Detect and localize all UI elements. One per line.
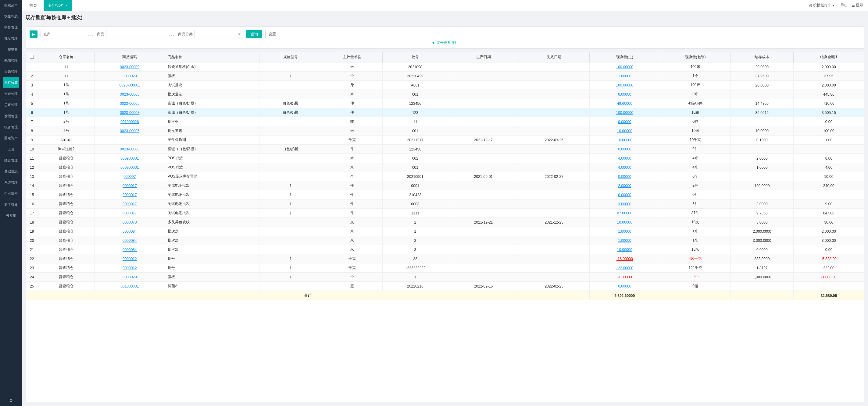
col-header-name: 商品名称 (165, 52, 259, 62)
table-row: 21普查稽仓0000084批次次米310.0000010米0.00000.00 (26, 245, 864, 254)
expand-more-btn[interactable]: ▼ 展开更多条件 (30, 40, 860, 45)
sidebar-item-0[interactable]: 快捷导航 (3, 11, 19, 22)
cell-qty-main[interactable]: 0.00000 (589, 117, 660, 126)
cell-total-cost (793, 282, 864, 291)
sidebar-item-6[interactable]: 库存核算 (3, 77, 19, 88)
cell-qty-main[interactable]: 10.00000 (589, 245, 660, 254)
tab-home[interactable]: 首页 (24, 0, 42, 11)
cell-code[interactable]: 001000026 (94, 117, 165, 126)
cell-code[interactable]: 0000029 (94, 273, 165, 282)
cell-code[interactable]: 0000017 (94, 200, 165, 209)
sidebar-item-4[interactable]: 电商管理 (3, 56, 19, 66)
cell-name: 测试电吧批次 (165, 181, 259, 190)
sidebar-settings-icon[interactable]: ⚙ (0, 395, 22, 406)
page-header: 现存量查询(按仓库＋批次) (26, 14, 864, 24)
cell-code[interactable]: 0000084 (94, 245, 165, 254)
cell-qty-main[interactable]: 100.00000 (589, 108, 660, 117)
cell-qty-main[interactable]: 1.00000 (589, 236, 660, 245)
cell-qty-main[interactable]: 4.00000 (589, 154, 660, 163)
cell-code[interactable]: 0000017 (94, 181, 165, 190)
filter-set-btn[interactable]: 设置 (265, 30, 279, 38)
cell-code[interactable]: 000097 (94, 172, 165, 181)
cell-qty-main[interactable]: 3.00000 (589, 200, 660, 209)
cell-qty-main[interactable]: 0.00000 (589, 90, 660, 99)
cell-qty-main[interactable]: 10.00000 (589, 136, 660, 145)
cell-unit: 千克 (322, 264, 382, 273)
cell-qty-main[interactable]: 0.00000 (589, 190, 660, 200)
cell-qty-main[interactable]: 2.00000 (589, 181, 660, 190)
cell-qty-main[interactable]: 4.00000 (589, 163, 660, 172)
sidebar-item-14[interactable]: 基础信息 (3, 166, 19, 177)
cell-code[interactable]: 0023-00005 (94, 126, 165, 136)
cell-code[interactable]: 0023-00009 (94, 62, 165, 72)
sidebar-item-11[interactable]: 固定资产 (3, 133, 19, 144)
cell-qty-stock: 0件 (660, 145, 731, 154)
display-btn[interactable]: ☰ 显示 (851, 3, 863, 8)
cell-qty-main[interactable]: 100.00000 (589, 81, 660, 90)
cell-produce (448, 90, 519, 99)
cell-code[interactable]: 001000031 (94, 282, 165, 291)
sidebar-item-8[interactable]: 总账管理 (3, 100, 19, 110)
cell-qty-main[interactable]: 0.00000 (589, 282, 660, 291)
sidebar-item-9[interactable]: 发票管理 (3, 111, 19, 122)
cell-qty-main[interactable]: -16.00000 (589, 254, 660, 264)
cell-qty-main[interactable]: -1.00000 (589, 273, 660, 282)
search-btn[interactable]: 查询 (246, 30, 262, 38)
tab-active[interactable]: 库存批次 × (43, 0, 72, 11)
cell-code[interactable]: 0000012 (94, 264, 165, 273)
cell-qty-main[interactable]: 0.00000 (589, 145, 660, 154)
filter-toggle-btn[interactable]: ▶ (30, 30, 37, 38)
select-all-checkbox[interactable] (30, 55, 34, 59)
cell-qty-main[interactable]: 1.00000 (589, 227, 660, 236)
cell-expire: 2022-03-26 (519, 136, 589, 145)
cell-unit-cost: 35.0515 (731, 108, 793, 117)
cell-qty-main[interactable]: 10.00000 (589, 218, 660, 227)
cell-code[interactable]: 0000084 (94, 236, 165, 245)
cell-qty-main[interactable]: 122.00000 (589, 264, 660, 273)
cell-code[interactable]: 0023-0000... (94, 81, 165, 90)
export-btn[interactable]: ↑ 导出 (838, 3, 848, 8)
cell-qty-main[interactable]: 1.00000 (589, 72, 660, 81)
cell-qty-main[interactable]: 10.00000 (589, 126, 660, 136)
cell-code[interactable]: 0000029 (94, 72, 165, 81)
product-input[interactable] (106, 30, 167, 38)
cell-code[interactable]: 0000017 (94, 190, 165, 200)
sidebar-item-13[interactable]: 经营管理 (3, 155, 19, 166)
sidebar-item-1[interactable]: 零售管理 (3, 22, 19, 33)
cell-qty-main[interactable]: 49.60000 (589, 99, 660, 108)
cell-code[interactable]: 000900001 (94, 154, 165, 163)
sidebar-item-2[interactable]: 批发管理 (3, 33, 19, 44)
sidebar-item-3[interactable]: 小鹅电商 (3, 44, 19, 55)
table-row: 20普查稽仓0000084批次次米21.000001米3,000.00003,0… (26, 236, 864, 245)
cell-total-cost: 100.00 (793, 126, 864, 136)
cell-code[interactable]: 0023-00005 (94, 99, 165, 108)
sidebar-item-10[interactable]: 税务管理 (3, 122, 19, 133)
cell-unit-cost: 0.1000 (731, 136, 793, 145)
sidebar-search[interactable]: 搜索菜单 (0, 0, 22, 11)
tab-close-btn[interactable]: × (65, 3, 68, 8)
sidebar-item-12[interactable]: 工资 (3, 144, 19, 155)
cell-qty-main[interactable]: 100.00000 (589, 62, 660, 72)
sidebar-item-16[interactable]: 企业协同 (3, 188, 19, 199)
sidebar-item-7[interactable]: 资金管理 (3, 89, 19, 100)
sidebar-item-5[interactable]: 采购管理 (3, 66, 19, 77)
cell-qty-main[interactable]: 0.00000 (589, 172, 660, 181)
category-select[interactable] (194, 30, 243, 38)
sidebar-item-17[interactable]: 新手引导 (3, 200, 19, 210)
cell-code[interactable]: 000900001 (94, 163, 165, 172)
cell-code[interactable]: 0000012 (94, 254, 165, 264)
sidebar-item-18[interactable]: 云应用 (3, 210, 19, 222)
cell-code[interactable]: 0000078 (94, 218, 165, 227)
cell-code[interactable]: 0023-00008 (94, 108, 165, 117)
warehouse-input[interactable] (40, 30, 86, 38)
cell-qty-main[interactable]: 87.00000 (589, 209, 660, 218)
cell-code[interactable]: 0023-00008 (94, 145, 165, 154)
cell-code[interactable]: 0023-00005 (94, 90, 165, 99)
sidebar-item-15[interactable]: 系统管理 (3, 177, 19, 188)
cell-code[interactable]: 0000084 (94, 227, 165, 236)
cell-expire (519, 245, 589, 254)
cell-code[interactable]: 0000017 (94, 209, 165, 218)
cell-code[interactable] (94, 136, 165, 145)
tab-active-label: 库存批次 (47, 3, 63, 8)
print-btn[interactable]: 🖨 按模板打印 ▾ (809, 3, 834, 8)
